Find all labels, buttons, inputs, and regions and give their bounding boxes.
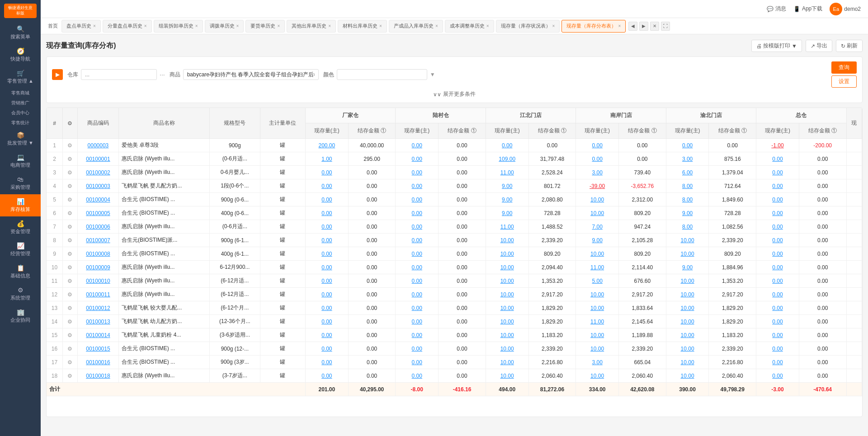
close-icon[interactable]: × xyxy=(618,23,621,28)
row-jiangbei-cun[interactable]: 10.00 xyxy=(486,247,528,261)
row-gear[interactable]: ⚙ xyxy=(62,261,77,274)
row-lucun-cun[interactable]: 0.00 xyxy=(396,234,439,247)
row-lucun-cun[interactable]: 0.00 xyxy=(396,179,439,193)
close-icon[interactable]: × xyxy=(328,23,331,28)
row-yubei-cun[interactable]: 8.00 xyxy=(666,179,709,193)
tab-expand-btn[interactable]: ⛶ xyxy=(661,22,670,31)
row-product-code[interactable]: 00100008 xyxy=(77,247,118,261)
row-changjia-cun[interactable]: 0.00 xyxy=(306,166,349,179)
row-jiangbei-cun[interactable]: 10.00 xyxy=(486,274,528,288)
row-zongcang-cun[interactable]: 0.00 xyxy=(756,261,799,274)
row-zongcang-cun[interactable]: 0.00 xyxy=(756,234,799,247)
row-lucun-cun[interactable]: 0.00 xyxy=(396,274,439,288)
row-zongcang-cun[interactable]: 0.00 xyxy=(756,206,799,220)
sidebar-item-retail[interactable]: 🛒 零售管理 ▲ xyxy=(0,66,41,88)
row-gear[interactable]: ⚙ xyxy=(62,193,77,206)
row-yubei-cun[interactable]: 10.00 xyxy=(666,328,709,342)
row-gear[interactable]: ⚙ xyxy=(62,179,77,193)
row-zongcang-cun[interactable]: 0.00 xyxy=(756,166,799,179)
row-lucun-cun[interactable]: 0.00 xyxy=(396,166,439,179)
row-product-code[interactable]: 00100009 xyxy=(77,261,118,274)
sidebar-item-inventory[interactable]: 📊 库存核算 xyxy=(0,194,41,216)
tab-stocktake-history[interactable]: 盘点单历史 × xyxy=(61,20,101,33)
sidebar-item-purchase[interactable]: 🛍 采购管理 xyxy=(0,172,41,194)
tab-order-history[interactable]: 要货单历史 × xyxy=(245,20,285,33)
row-gear[interactable]: ⚙ xyxy=(62,247,77,261)
row-jiangbei-cun[interactable]: 9.00 xyxy=(486,179,528,193)
row-jiangbei-cun[interactable]: 10.00 xyxy=(486,356,528,369)
row-gear[interactable]: ⚙ xyxy=(62,234,77,247)
row-product-code[interactable]: 00100016 xyxy=(77,356,118,369)
row-gear[interactable]: ⚙ xyxy=(62,369,77,383)
filter-expand-btn[interactable]: ▶ xyxy=(52,69,63,80)
row-product-code[interactable]: 00100006 xyxy=(77,220,118,234)
row-zongcang-cun[interactable]: 0.00 xyxy=(756,274,799,288)
close-icon[interactable]: × xyxy=(552,23,555,28)
row-lucun-cun[interactable]: 0.00 xyxy=(396,206,439,220)
refresh-btn[interactable]: ↻ 刷新 xyxy=(836,40,863,52)
row-nanan-cun[interactable]: 10.00 xyxy=(576,288,619,301)
row-nanan-cun[interactable]: 11.00 xyxy=(576,261,619,274)
row-nanan-cun[interactable]: 10.00 xyxy=(576,328,619,342)
row-product-code[interactable]: 00100018 xyxy=(77,369,118,383)
row-changjia-cun[interactable]: 0.00 xyxy=(306,301,349,315)
close-icon[interactable]: × xyxy=(277,23,280,28)
row-yubei-cun[interactable]: 9.00 xyxy=(666,206,709,220)
row-lucun-cun[interactable]: 0.00 xyxy=(396,301,439,315)
row-gear[interactable]: ⚙ xyxy=(62,356,77,369)
tab-transfer[interactable]: 调拨单历史 × xyxy=(205,20,244,33)
row-gear[interactable]: ⚙ xyxy=(62,288,77,301)
row-product-code[interactable]: 00100001 xyxy=(77,152,118,166)
row-nanan-cun[interactable]: 10.00 xyxy=(576,247,619,261)
app-download-btn[interactable]: 📱 App下载 xyxy=(793,5,822,13)
sidebar-item-operation[interactable]: 📈 经营管理 xyxy=(0,239,41,261)
sidebar-item-retail-stat[interactable]: 零售统计 xyxy=(0,118,41,128)
query-btn[interactable]: 查询 xyxy=(831,61,857,74)
row-nanan-cun[interactable]: 10.00 xyxy=(576,342,619,356)
row-product-code[interactable]: 00100002 xyxy=(77,166,118,179)
row-product-code[interactable]: 00100013 xyxy=(77,315,118,328)
row-jiangbei-cun[interactable]: 10.00 xyxy=(486,342,528,356)
row-product-code[interactable]: 0000003 xyxy=(77,139,118,152)
row-nanan-cun[interactable]: 0.00 xyxy=(576,139,619,152)
row-nanan-cun[interactable]: 3.00 xyxy=(576,356,619,369)
tab-stock-distribution[interactable]: 现存量（库存分布表） × xyxy=(561,20,626,33)
close-icon[interactable]: × xyxy=(486,23,489,28)
row-nanan-cun[interactable]: 10.00 xyxy=(576,193,619,206)
row-lucun-cun[interactable]: 0.00 xyxy=(396,139,439,152)
row-yubei-cun[interactable]: 10.00 xyxy=(666,369,709,383)
row-changjia-cun[interactable]: 0.00 xyxy=(306,315,349,328)
row-product-code[interactable]: 00100005 xyxy=(77,206,118,220)
export-btn[interactable]: ↗ 导出 xyxy=(806,40,832,52)
close-icon[interactable]: × xyxy=(144,23,147,28)
tab-prev-btn[interactable]: ◀ xyxy=(628,22,637,31)
row-yubei-cun[interactable]: 6.00 xyxy=(666,166,709,179)
row-lucun-cun[interactable]: 0.00 xyxy=(396,261,439,274)
row-yubei-cun[interactable]: 10.00 xyxy=(666,356,709,369)
row-changjia-cun[interactable]: 0.00 xyxy=(306,274,349,288)
row-zongcang-cun[interactable]: 0.00 xyxy=(756,193,799,206)
row-product-code[interactable]: 00100015 xyxy=(77,342,118,356)
sidebar-item-marketing[interactable]: 营销推广 xyxy=(0,98,41,108)
row-zongcang-cun[interactable]: 0.00 xyxy=(756,315,799,328)
row-changjia-cun[interactable]: 0.00 xyxy=(306,328,349,342)
row-gear[interactable]: ⚙ xyxy=(62,220,77,234)
row-changjia-cun[interactable]: 200.00 xyxy=(306,139,349,152)
row-lucun-cun[interactable]: 0.00 xyxy=(396,356,439,369)
close-icon[interactable]: × xyxy=(93,23,96,28)
user-menu[interactable]: Ea demo2 xyxy=(830,3,861,15)
row-changjia-cun[interactable]: 0.00 xyxy=(306,247,349,261)
row-jiangbei-cun[interactable]: 10.00 xyxy=(486,315,528,328)
sidebar-item-search[interactable]: 🔍 搜索英单 xyxy=(0,22,41,44)
row-zongcang-cun[interactable]: 0.00 xyxy=(756,301,799,315)
tab-close-all-btn[interactable]: ✕ xyxy=(650,22,659,31)
row-gear[interactable]: ⚙ xyxy=(62,152,77,166)
row-lucun-cun[interactable]: 0.00 xyxy=(396,288,439,301)
row-product-code[interactable]: 00100011 xyxy=(77,288,118,301)
row-lucun-cun[interactable]: 0.00 xyxy=(396,369,439,383)
row-product-code[interactable]: 00100012 xyxy=(77,301,118,315)
row-changjia-cun[interactable]: 0.00 xyxy=(306,356,349,369)
row-nanan-cun[interactable]: 3.00 xyxy=(576,166,619,179)
row-lucun-cun[interactable]: 0.00 xyxy=(396,220,439,234)
row-jiangbei-cun[interactable]: 10.00 xyxy=(486,301,528,315)
